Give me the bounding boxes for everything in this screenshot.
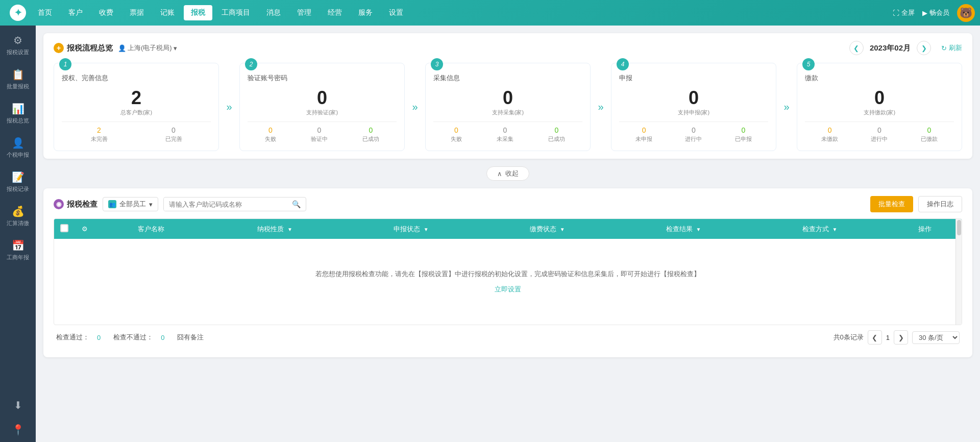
- step-3-title: 采集信息: [433, 73, 582, 83]
- sidebar-label-tax-settings: 报税设置: [7, 48, 29, 56]
- user-avatar[interactable]: 🐻: [957, 4, 975, 22]
- sidebar-label-personal-tax: 个税申报: [7, 151, 29, 159]
- step-1-stat-1: 0 已完善: [165, 126, 182, 143]
- next-page-button[interactable]: ❯: [894, 330, 908, 345]
- arrow-1: »: [219, 63, 239, 151]
- table-header-check-method: 检查方式 ▼: [752, 219, 888, 239]
- search-button[interactable]: 🔍: [287, 198, 306, 211]
- fullscreen-label: 全屏: [901, 8, 915, 17]
- member-label: 畅会员: [929, 8, 949, 17]
- batch-check-button[interactable]: 批量检查: [870, 196, 913, 212]
- header-checkbox[interactable]: [60, 224, 68, 232]
- step-2-stat-1: 0 验证中: [311, 126, 328, 143]
- nav-item-home[interactable]: 首页: [31, 5, 59, 20]
- sidebar-item-tax-settings[interactable]: ⚙ 报税设置: [0, 28, 36, 62]
- operation-log-button[interactable]: 操作日志: [918, 196, 962, 212]
- sidebar-label-tax-overview: 报税总览: [7, 117, 29, 125]
- filter-icon-1[interactable]: ▼: [287, 227, 292, 232]
- step-1-count: 2: [62, 87, 211, 109]
- staff-selector[interactable]: 👥 全部员工 ▾: [103, 197, 158, 211]
- table-header-settings-col: ⚙: [75, 219, 95, 239]
- page-size-selector[interactable]: 30 条/页 50 条/页 100 条/页: [912, 331, 960, 344]
- step-4-stat-0: 0 未申报: [635, 126, 652, 143]
- sidebar-label-tax-records: 报税记录: [7, 185, 29, 193]
- next-month-button[interactable]: ❯: [917, 41, 931, 55]
- refresh-button[interactable]: ↻ 刷新: [941, 43, 962, 53]
- check-header: ◉ 报税检查 👥 全部员工 ▾ 🔍 批量检查 操作日志: [54, 196, 962, 212]
- nav-item-tax[interactable]: 报税: [184, 5, 212, 20]
- nav-item-bookkeeping[interactable]: 记账: [153, 5, 182, 20]
- sidebar-item-batch-tax[interactable]: 📋 批量报税: [0, 62, 36, 96]
- step-2-stat-0: 0 失败: [265, 126, 276, 143]
- note-label: 囧有备注: [177, 333, 204, 342]
- location-person-icon: 👤: [118, 44, 126, 52]
- sidebar-item-download[interactable]: ⬇: [9, 393, 27, 418]
- top-navigation: ✦ 首页 客户 收费 票据 记账 报税 工商项目 消息 管理 经营 服务 设置 …: [0, 0, 980, 26]
- setup-link[interactable]: 立即设置: [495, 285, 521, 293]
- table-header: ⚙ 客户名称 纳税性质 ▼ 申报状态 ▼: [54, 219, 962, 239]
- sidebar-item-annual-report[interactable]: 📅 工商年报: [0, 233, 36, 267]
- prev-page-button[interactable]: ❮: [868, 330, 882, 345]
- scroll-thumb: [957, 220, 961, 235]
- fail-value[interactable]: 0: [161, 334, 164, 341]
- refresh-icon: ↻: [941, 44, 947, 52]
- step-4-stat-1-val: 0: [685, 126, 702, 134]
- nav-item-management[interactable]: 管理: [290, 5, 318, 20]
- search-box: 🔍: [163, 197, 306, 211]
- annual-report-icon: 📅: [12, 239, 24, 252]
- nav-item-fees[interactable]: 收费: [92, 5, 120, 20]
- nav-item-business[interactable]: 工商项目: [214, 5, 257, 20]
- step-4-subtitle: 支持申报(家): [619, 109, 768, 116]
- nav-item-customer[interactable]: 客户: [61, 5, 90, 20]
- nav-item-settings[interactable]: 设置: [382, 5, 410, 20]
- table-body: 若您想使用报税检查功能，请先在【报税设置】中进行报税的初始化设置，完成密码验证和…: [54, 239, 962, 325]
- filter-icon-4[interactable]: ▼: [696, 227, 701, 232]
- table-area: ⚙ 客户名称 纳税性质 ▼ 申报状态 ▼: [54, 218, 962, 325]
- member-button[interactable]: ▶ 畅会员: [922, 8, 949, 17]
- step-5-stat-0-label: 未缴款: [821, 135, 838, 143]
- sidebar-item-tax-overview[interactable]: 📊 报税总览: [0, 96, 36, 131]
- sidebar-item-tax-records[interactable]: 📝 报税记录: [0, 165, 36, 199]
- filter-icon-3[interactable]: ▼: [560, 227, 565, 232]
- step-2-stat-1-val: 0: [311, 126, 328, 134]
- step-2-stat-0-label: 失败: [265, 135, 276, 143]
- check-title: ◉ 报税检查: [54, 199, 97, 209]
- step-4-count: 0: [619, 87, 768, 109]
- step-5-stat-2: 0 已缴款: [921, 126, 938, 143]
- sidebar-label-batch-tax: 批量报税: [7, 83, 29, 90]
- step-5-stat-0-val: 0: [821, 126, 838, 134]
- filter-icon-2[interactable]: ▼: [424, 227, 429, 232]
- main-content: + 报税流程总览 👤 上海(电子税局) ▾ ❮ 2023年02月 ❯ ↻ 刷新 …: [36, 26, 980, 442]
- step-5-card: 5 缴款 0 支持缴款(家) 0 未缴款 0 进行中 0 已缴款: [797, 63, 962, 151]
- table-header-customer: 客户名称: [95, 219, 207, 239]
- nav-item-service[interactable]: 服务: [351, 5, 380, 20]
- filter-icon-5[interactable]: ▼: [832, 227, 837, 232]
- step-1-stat-1-val: 0: [165, 126, 182, 134]
- check-circle-icon: ◉: [54, 199, 64, 209]
- check-card: ◉ 报税检查 👥 全部员工 ▾ 🔍 批量检查 操作日志: [43, 188, 972, 357]
- step-5-stat-2-val: 0: [921, 126, 938, 134]
- step-3-stat-0-val: 0: [451, 126, 462, 134]
- location-tag[interactable]: 👤 上海(电子税局) ▾: [118, 43, 177, 53]
- prev-month-button[interactable]: ❮: [849, 41, 864, 55]
- location-icon: 📍: [12, 424, 24, 436]
- nav-item-messages[interactable]: 消息: [259, 5, 288, 20]
- collapse-button[interactable]: ∧ 收起: [486, 166, 529, 181]
- table-settings-icon[interactable]: ⚙: [82, 225, 88, 233]
- search-input[interactable]: [164, 198, 287, 211]
- nav-item-operations[interactable]: 经营: [321, 5, 349, 20]
- overview-plus-icon: +: [54, 43, 64, 53]
- step-5-count: 0: [805, 87, 954, 109]
- sidebar-item-personal-tax[interactable]: 👤 个税申报: [0, 131, 36, 165]
- sidebar-label-annual-report: 工商年报: [7, 254, 29, 261]
- pass-value[interactable]: 0: [97, 334, 101, 341]
- scroll-indicator[interactable]: [955, 219, 962, 325]
- fullscreen-button[interactable]: ⛶ 全屏: [893, 8, 915, 17]
- sidebar-item-clearing[interactable]: 💰 汇算清缴: [0, 199, 36, 233]
- step-4-stat-2-val: 0: [735, 126, 752, 134]
- step-2-num: 2: [245, 58, 257, 70]
- step-2-card: 2 验证账号密码 0 支持验证(家) 0 失败 0 验证中 0 已成功: [239, 63, 405, 151]
- sidebar-item-location[interactable]: 📍: [9, 418, 27, 442]
- clearing-icon: 💰: [12, 205, 24, 217]
- nav-item-invoices[interactable]: 票据: [122, 5, 151, 20]
